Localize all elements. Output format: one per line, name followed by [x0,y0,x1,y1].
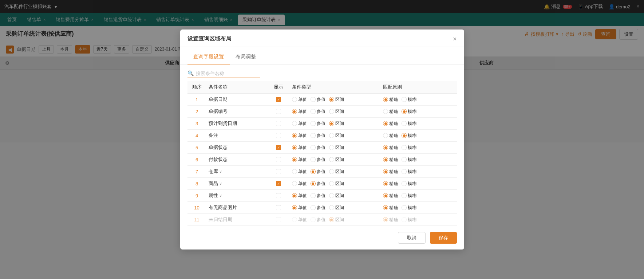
row-order: 2 [187,106,206,118]
row-name: 预计到货日期 [206,118,267,130]
row-cond-type: 单值多值区间 [290,106,381,118]
row-name: 备注 [206,130,267,142]
row-order: 5 [187,142,206,142]
row-cond-type: 单值多值区间 [290,142,381,142]
cond-type-radio-多值[interactable]: 多值 [311,109,325,115]
match-rule-radio-模糊[interactable]: 模糊 [402,121,416,127]
cond-type-radio-单值[interactable]: 单值 [292,109,307,115]
display-checkbox[interactable] [269,109,288,114]
cond-type-radio-单值[interactable]: 单值 [292,121,307,127]
modal-table: 顺序 条件名称 显示 条件类型 匹配原则 1单据日期单值多值区间精确模糊2单据编… [187,81,457,142]
row-order: 1 [187,94,206,106]
display-checkbox[interactable] [269,121,288,126]
cond-type-radio-单值[interactable]: 单值 [292,97,307,103]
cond-type-radio-区间[interactable]: 区间 [329,109,344,115]
cond-type-radio-区间[interactable]: 区间 [329,97,344,103]
row-match-rule: 精确模糊 [381,94,457,106]
match-rule-radio-精确[interactable]: 精确 [383,133,398,139]
modal-tabs: 查询字段设置 布局调整 [180,47,464,64]
row-name: 单据日期 [206,94,267,106]
cond-type-radio-区间[interactable]: 区间 [329,133,344,139]
match-rule-radio-精确[interactable]: 精确 [383,109,398,115]
modal-overlay: 设置查询区域布局 × 查询字段设置 布局调整 🔍 顺序 [0,0,644,142]
row-cond-type: 单值多值区间 [290,94,381,106]
row-match-rule: 精确模糊 [381,118,457,130]
settings-modal: 设置查询区域布局 × 查询字段设置 布局调整 🔍 顺序 [180,30,464,142]
cond-type-radio-多值[interactable]: 多值 [311,97,325,103]
col-header-display: 显示 [267,81,290,94]
search-input[interactable] [196,71,254,76]
row-match-rule: 精确模糊 [381,106,457,118]
display-checkbox[interactable] [269,97,288,102]
match-rule-radio-精确[interactable]: 精确 [383,121,398,127]
row-cond-type: 单值多值区间 [290,118,381,130]
row-order: 3 [187,118,206,130]
table-row: 3预计到货日期单值多值区间精确模糊 [187,118,457,130]
display-checkbox[interactable] [269,133,288,138]
modal-table-wrap: 顺序 条件名称 显示 条件类型 匹配原则 1单据日期单值多值区间精确模糊2单据编… [180,81,464,142]
table-row: 2单据编号单值多值区间精确模糊 [187,106,457,118]
row-display[interactable] [267,94,290,106]
table-row: 5单据状态单值多值区间精确模糊 [187,142,457,142]
table-row: 1单据日期单值多值区间精确模糊 [187,94,457,106]
row-match-rule: 精确模糊 [381,142,457,142]
modal-title: 设置查询区域布局 [187,35,231,42]
modal-search-area: 🔍 [180,64,464,81]
match-rule-radio-模糊[interactable]: 模糊 [402,109,416,115]
row-match-rule: 精确模糊 [381,130,457,142]
col-header-name: 条件名称 [206,81,267,94]
col-header-order: 顺序 [187,81,206,94]
row-cond-type: 单值多值区间 [290,130,381,142]
search-box: 🔍 [187,69,260,78]
col-header-cond-type: 条件类型 [290,81,381,94]
tab-query-field[interactable]: 查询字段设置 [187,51,230,64]
table-row: 4备注单值多值区间精确模糊 [187,130,457,142]
cond-type-radio-多值[interactable]: 多值 [311,133,325,139]
match-rule-radio-模糊[interactable]: 模糊 [402,133,416,139]
row-display[interactable] [267,118,290,130]
row-order: 4 [187,130,206,142]
row-name: 单据状态 [206,142,267,142]
row-display[interactable] [267,106,290,118]
cond-type-radio-多值[interactable]: 多值 [311,121,325,127]
modal-close-button[interactable]: × [453,36,457,42]
row-display[interactable] [267,130,290,142]
row-name: 单据编号 [206,106,267,118]
match-rule-radio-精确[interactable]: 精确 [383,97,398,103]
tab-layout-adjust[interactable]: 布局调整 [230,51,262,64]
search-icon: 🔍 [187,70,194,76]
tab-layout-adjust-label: 布局调整 [236,54,256,59]
tab-query-field-label: 查询字段设置 [193,54,224,59]
match-rule-radio-模糊[interactable]: 模糊 [402,97,416,103]
cond-type-radio-区间[interactable]: 区间 [329,121,344,127]
modal-header: 设置查询区域布局 × [180,30,464,47]
row-display[interactable] [267,142,290,142]
col-header-match-rule: 匹配原则 [381,81,457,94]
cond-type-radio-单值[interactable]: 单值 [292,133,307,139]
